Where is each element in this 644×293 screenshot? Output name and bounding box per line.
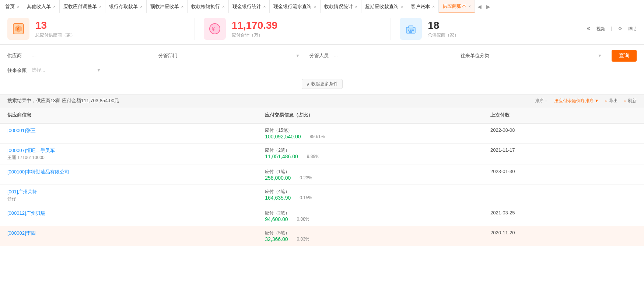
tab-label-1: 其他收入单 xyxy=(27,3,51,10)
close-icon-8[interactable]: × xyxy=(355,4,357,9)
nav-tab-1[interactable]: 其他收入单 × xyxy=(23,0,59,13)
amount-4[interactable]: 94,600.00 xyxy=(265,216,288,222)
amount-5[interactable]: 32,366.00 xyxy=(265,236,288,242)
collapse-icon: ∧ xyxy=(307,82,310,87)
nav-tab-8[interactable]: 收款情况统计 × xyxy=(321,0,361,13)
filter-item-dept: 分管部门 ▼ xyxy=(158,52,302,60)
col-header-lastpay: 上次付数 xyxy=(483,107,644,123)
supplier-link-2[interactable]: [000100]本特勤油品有限公司 xyxy=(7,169,69,175)
svg-point-2 xyxy=(210,24,220,34)
tab-label-home: 首页 xyxy=(5,3,15,10)
supplier-cell-4: [000012]广州贝瑞 xyxy=(0,206,258,226)
dept-arrow: ▼ xyxy=(295,53,300,58)
close-icon-1[interactable]: × xyxy=(53,4,55,9)
supplier-link-4[interactable]: [000012]广州贝瑞 xyxy=(7,210,45,216)
percent-4: 0.08% xyxy=(297,217,309,222)
collapse-label: 收起更多条件 xyxy=(311,81,338,87)
nav-next-arrow[interactable]: ▶ xyxy=(484,0,493,13)
refresh-circle-icon: ○ xyxy=(624,98,626,103)
last-date-0: 2022-08-08 xyxy=(490,127,515,133)
amount-3[interactable]: 164,635.90 xyxy=(265,195,291,201)
nav-tab-9[interactable]: 超期应收款查询 × xyxy=(361,0,407,13)
payable-suppliers-label: 总应付供应商（家） xyxy=(35,32,75,38)
table-area: 供应商信息 应付交易信息（占比） 上次付数 [000001]张三应付（15笔）1… xyxy=(0,107,644,293)
percent-5: 0.03% xyxy=(297,237,309,242)
amount-1[interactable]: 11,051,486.00 xyxy=(265,154,298,159)
supplier-input[interactable]: ... xyxy=(29,51,151,60)
data-table: 供应商信息 应付交易信息（占比） 上次付数 [000001]张三应付（15笔）1… xyxy=(0,107,644,246)
percent-2: 0.23% xyxy=(300,175,312,180)
person-input[interactable]: ... xyxy=(332,51,453,60)
percent-1: 9.89% xyxy=(307,154,319,159)
balance-input[interactable]: 选择... ▼ xyxy=(29,65,103,75)
balance-arrow: ▼ xyxy=(97,68,101,73)
dept-input[interactable]: ▼ xyxy=(181,52,302,60)
amount-0[interactable]: 100,092,540.00 xyxy=(265,134,301,139)
supplier-link-1[interactable]: [000007]恒旺二手叉车 xyxy=(7,148,55,153)
nav-tab-7[interactable]: 现金银行流水查询 × xyxy=(270,0,320,13)
lastpay-cell-2: 2023-01-30 xyxy=(483,165,644,185)
total-suppliers-label: 总供应商（家） xyxy=(428,32,459,38)
tx-cell-2: 应付（1笔）258,000.000.23% xyxy=(258,165,483,185)
table-row: [000100]本特勤油品有限公司应付（1笔）258,000.000.23%20… xyxy=(0,165,644,185)
sort-icon: ▼ xyxy=(595,98,599,103)
close-icon-home[interactable]: × xyxy=(17,4,19,9)
last-date-1: 2021-11-17 xyxy=(490,147,515,153)
person-label: 分管人员 xyxy=(309,52,329,59)
nav-tab-home[interactable]: 首页 × xyxy=(1,0,23,13)
nav-tab-5[interactable]: 收款核销执行 × xyxy=(188,0,228,13)
tx-note-2: 应付（1笔） xyxy=(265,169,476,175)
close-icon-6[interactable]: × xyxy=(263,4,266,9)
close-icon-9[interactable]: × xyxy=(401,4,403,9)
percent-0: 89.61% xyxy=(310,134,325,139)
close-icon-3[interactable]: × xyxy=(140,4,142,9)
category-label: 往来单位分类 xyxy=(461,52,489,59)
filter-row-1: 供应商 ... 分管部门 ▼ 分管人员 ... 往来单位分类 ▼ 查询 xyxy=(7,50,637,62)
separator: | xyxy=(611,26,612,32)
close-icon-10[interactable]: × xyxy=(432,4,434,9)
close-icon-5[interactable]: × xyxy=(222,4,224,9)
supplier-link-3[interactable]: [001]广州荣轩 xyxy=(7,189,37,194)
search-button[interactable]: 查询 xyxy=(612,50,637,62)
close-icon-2[interactable]: × xyxy=(99,4,101,9)
svg-rect-9 xyxy=(409,31,412,33)
tab-label-6: 现金银行统计 xyxy=(232,3,261,10)
video-link[interactable]: 视频 xyxy=(596,26,605,32)
nav-tab-10[interactable]: 客户账本 × xyxy=(407,0,438,13)
close-icon-7[interactable]: × xyxy=(314,4,316,9)
nav-tab-6[interactable]: 现金银行统计 × xyxy=(229,0,270,13)
payable-suppliers-icon: ¥ xyxy=(7,18,29,40)
refresh-button[interactable]: ○ 刷新 xyxy=(624,98,637,104)
tx-cell-3: 应付（4笔）164,635.900.15% xyxy=(258,185,483,206)
export-button[interactable]: ○ 导出 xyxy=(605,98,618,104)
nav-prev-arrow[interactable]: ◀ xyxy=(475,0,484,13)
tx-cell-4: 应付（2笔）94,600.000.08% xyxy=(258,206,483,226)
stat-card-payable-suppliers: ¥ 13 总应付供应商（家） xyxy=(7,18,195,40)
nav-tab-2[interactable]: 应收应付调整单 × xyxy=(60,0,105,13)
nav-tab-4[interactable]: 预收冲应收单 × xyxy=(147,0,188,13)
amount-2[interactable]: 258,000.00 xyxy=(265,175,291,181)
supplier-link-5[interactable]: [000002]李四 xyxy=(7,230,36,236)
tx-cell-0: 应付（15笔）100,092,540.0089.61% xyxy=(258,123,483,144)
payable-suppliers-number: 13 xyxy=(35,19,75,32)
stats-bar: ¥ 13 总应付供应商（家） ¥ 11,170.39 应付合计（万） xyxy=(0,13,644,45)
sort-link[interactable]: 按应付余额倒序排序 ▼ xyxy=(554,98,599,104)
category-input[interactable]: ▼ xyxy=(492,52,604,60)
table-row: [000007]恒旺二手叉车王通 17106110000应付（2笔）11,051… xyxy=(0,144,644,165)
filter-item-balance: 往来余额 选择... ▼ xyxy=(7,65,103,75)
total-suppliers-icon xyxy=(400,18,422,40)
total-suppliers-number: 18 xyxy=(428,19,459,32)
supplier-link-0[interactable]: [000001]张三 xyxy=(7,128,36,133)
close-icon-supplier-ledger[interactable]: × xyxy=(469,4,471,8)
nav-tab-supplier-ledger[interactable]: 供应商账本 × xyxy=(439,0,475,13)
filter-item-supplier: 供应商 ... xyxy=(7,51,151,60)
help-icon: ⊙ xyxy=(618,26,622,32)
nav-tab-3[interactable]: 银行存取款单 × xyxy=(105,0,146,13)
balance-label: 往来余额 xyxy=(7,67,27,74)
filter-item-category: 往来单位分类 ▼ xyxy=(461,52,604,60)
collapse-button[interactable]: ∧ 收起更多条件 xyxy=(302,79,343,89)
help-link[interactable]: 帮助 xyxy=(628,26,637,32)
svg-rect-6 xyxy=(408,30,409,31)
table-row: [000002]李四应付（5笔）32,366.000.03%2020-11-20 xyxy=(0,226,644,246)
close-icon-4[interactable]: × xyxy=(181,4,183,9)
